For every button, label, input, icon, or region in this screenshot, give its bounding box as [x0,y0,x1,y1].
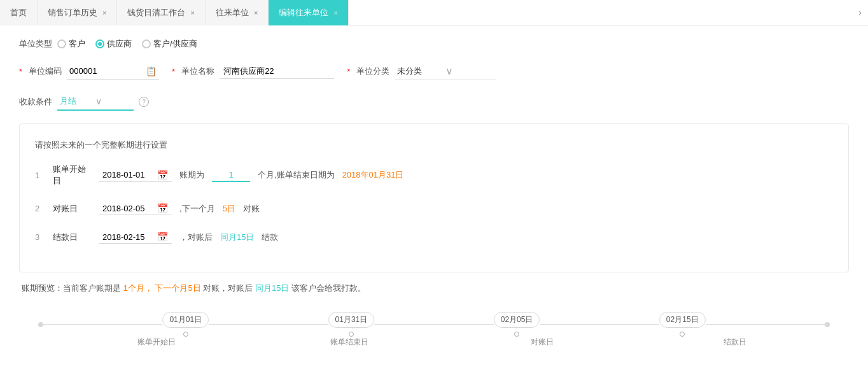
unit-name-star: * [172,67,175,76]
payment-help-icon[interactable]: ? [139,97,149,107]
preview-span1: 1个月， [123,283,153,293]
preview-prefix: 账期预览：当前客户账期是 [22,283,121,293]
tab-more-button[interactable]: › [852,7,868,18]
preview-span3: 同月15日 [255,283,289,293]
period-row-1-prefix: 账期为 [179,169,204,181]
tab-partners[interactable]: 往来单位 × [206,0,269,25]
unit-category-select[interactable]: 未分类 ∨ [395,62,496,80]
preview-suffix: 该客户会给我打款。 [291,283,366,293]
unit-category-star: * [347,67,350,76]
timeline-point-1: 01月01日 [162,312,209,337]
unit-code-star: * [19,67,22,76]
close-tab-edit-partner[interactable]: × [333,9,337,17]
reconcile-date-calendar-icon[interactable]: 📅 [157,203,168,213]
category-dropdown-icon: ∨ [445,65,494,77]
timeline-point-3: 02月05日 [494,312,540,337]
timeline-dot-1 [183,332,188,337]
unit-code-input[interactable] [69,66,146,76]
timeline-label-4: 结款日 [724,337,746,346]
period-row-3-label: 结款日 [53,232,91,243]
radio-both[interactable]: 客户/供应商 [142,38,197,50]
timeline-label-3: 对账日 [531,337,554,346]
timeline: 01月01日 01月31日 02月05日 02月15日 [25,312,843,337]
period-row-1-num: 1 [35,171,45,180]
timeline-badge-3: 02月05日 [494,312,540,328]
unit-info-row: * 单位编码 📋 * 单位名称 * 单位分类 未分类 ∨ [19,62,849,80]
payment-day: 同月15日 [220,232,254,243]
unit-code-input-wrapper: 📋 [67,64,159,80]
timeline-badge-2: 01月31日 [328,312,375,328]
preview-span2: 下一个月5日 [155,283,200,293]
timeline-line-1 [43,324,162,325]
timeline-label-2: 账单结束日 [330,337,368,346]
unit-name-field: * 单位名称 [172,64,334,79]
timeline-dot-4 [680,332,685,337]
reconcile-date-input-box: 📅 [99,202,172,215]
timeline-point-2: 01月31日 [328,312,375,337]
unit-category-value: 未分类 [397,66,445,77]
tab-bar: 首页 销售订单历史 × 钱货日清工作台 × 往来单位 × 编辑往来单位 × › [0,0,868,25]
period-row-2-prefix: ,下一个月 [179,203,215,215]
period-hint: 请按照未来的一个完整帐期进行设置 [35,139,833,151]
period-config-box: 请按照未来的一个完整帐期进行设置 1 账单开始日 📅 账期为 个月,账单结束日期… [19,123,849,272]
period-row-1-label: 账单开始日 [53,164,91,186]
timeline-labels: 账单开始日 账单结束日 对账日 结款日 [25,337,843,348]
period-row-2-suffix: 对账 [243,203,260,215]
payment-date-input[interactable] [102,232,153,242]
timeline-dot-3 [514,332,519,337]
unit-name-label: 单位名称 [181,66,214,77]
close-tab-sales-history[interactable]: × [102,9,106,17]
radio-both-label: 客户/供应商 [153,38,197,50]
radio-customer-label: 客户 [69,38,85,50]
period-row-1: 1 账单开始日 📅 账期为 个月,账单结束日期为 2018年01月31日 [35,164,833,186]
unit-code-field: * 单位编码 📋 [19,64,159,80]
preview-text: 账期预览：当前客户账期是 1个月， 下一个月5日 对账，对账后 同月15日 该客… [19,283,849,294]
timeline-badge-1: 01月01日 [162,312,209,328]
main-content: 单位类型 客户 供应商 客户/供应商 * 单位编码 [0,25,868,387]
unit-name-input[interactable] [220,64,334,79]
start-date-input[interactable] [102,170,153,179]
timeline-line-2 [209,324,328,325]
tab-sales-history[interactable]: 销售订单历史 × [38,0,117,25]
unit-code-label: 单位编码 [29,66,62,77]
payment-value: 月结 [60,95,95,107]
tab-cash-work[interactable]: 钱货日清工作台 × [117,0,205,25]
timeline-right-dot [825,322,830,327]
timeline-line-5 [706,324,825,325]
payment-field: 收款条件 月结 ∨ ? [19,93,149,111]
radio-supplier-label: 供应商 [107,38,132,50]
timeline-left-dot [38,322,43,327]
period-row-2-num: 2 [35,204,45,213]
radio-customer[interactable]: 客户 [57,38,85,50]
payment-date-calendar-icon[interactable]: 📅 [157,232,168,242]
period-row-3-prefix: ，对账后 [179,232,213,243]
unit-type-radio-group: 客户 供应商 客户/供应商 [57,38,197,50]
tab-edit-partner[interactable]: 编辑往来单位 × [269,0,348,25]
copy-icon[interactable]: 📋 [146,66,157,76]
unit-category-label: 单位分类 [356,66,389,77]
payment-select[interactable]: 月结 ∨ [57,93,134,111]
payment-label: 收款条件 [19,96,52,108]
close-tab-cash-work[interactable]: × [190,9,194,17]
payment-row: 收款条件 月结 ∨ ? [19,93,849,111]
start-date-input-box: 📅 [99,169,172,182]
radio-circle-both [142,39,151,48]
close-tab-partners[interactable]: × [254,9,258,17]
period-row-3: 3 结款日 📅 ，对账后 同月15日 结款 [35,230,833,244]
reconcile-date-input[interactable] [102,204,153,213]
payment-dropdown-icon: ∨ [95,96,131,106]
timeline-point-4: 02月15日 [659,312,706,337]
tab-home[interactable]: 首页 [0,0,38,25]
timeline-label-1: 账单开始日 [137,337,176,346]
period-months-input[interactable] [212,169,250,182]
unit-type-field: 单位类型 客户 供应商 客户/供应商 [19,38,197,50]
radio-supplier[interactable]: 供应商 [95,38,132,50]
unit-category-field: * 单位分类 未分类 ∨ [347,62,496,80]
period-end-date: 2018年01月31日 [342,169,404,181]
start-date-calendar-icon[interactable]: 📅 [157,170,168,180]
period-row-3-suffix: 结款 [262,232,278,243]
period-row-3-num: 3 [35,232,45,242]
period-row-1-suffix: 个月,账单结束日期为 [258,169,335,181]
period-row-2-label: 对账日 [53,203,91,215]
timeline-line-4 [540,324,659,325]
